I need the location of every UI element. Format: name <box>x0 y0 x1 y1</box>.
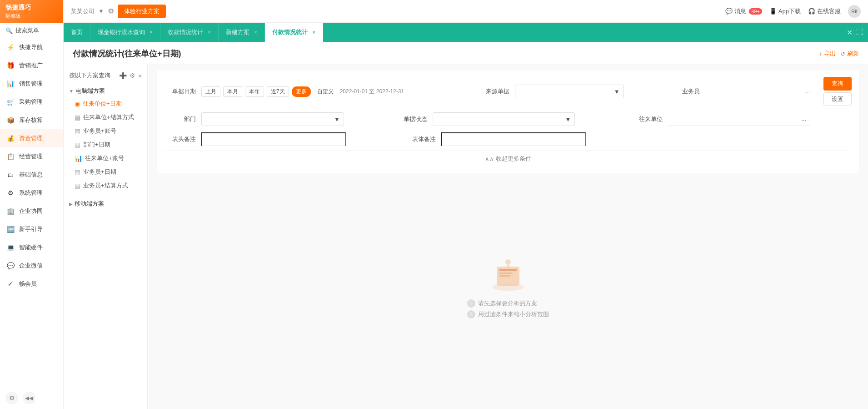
tab-cashflow-close[interactable]: × <box>150 29 153 35</box>
collapse-bar[interactable]: ∧∧ 收起更多条件 <box>164 151 852 167</box>
scheme-item-icon: ▦ <box>75 141 80 148</box>
page-title: 付款情况统计(往来单位+日期) <box>73 48 181 59</box>
scheme-item-counterpart-settlement[interactable]: ▦ 往来单位+结算方式 <box>64 111 147 124</box>
topbar-settings-icon[interactable]: ⚙ <box>108 7 114 15</box>
tabbar: 首页 现金银行流水查询 × 收款情况统计 × 新建方案 × 付款情况统计 × ✕… <box>64 23 868 42</box>
finance-icon: 💰 <box>5 133 15 143</box>
quicknav-icon: ⚡ <box>5 42 15 52</box>
date-this-year-btn[interactable]: 本年 <box>245 86 264 97</box>
online-service-button[interactable]: 🎧 在线客服 <box>808 7 841 15</box>
counterpart-label: 往来单位 <box>631 115 663 123</box>
sidebar-item-label: 基础信息 <box>19 171 43 179</box>
dept-select[interactable]: ▼ <box>201 112 344 126</box>
sidebar-item-finance[interactable]: 💰 资金管理 <box>0 129 63 147</box>
salesman-select-dots[interactable]: ... <box>805 88 810 95</box>
date-last-month-btn[interactable]: 上月 <box>201 86 220 97</box>
messages-button[interactable]: 💬 消息 99+ <box>725 7 762 15</box>
tab-receipt[interactable]: 收款情况统计 × <box>160 23 219 42</box>
tab-close-all-icon[interactable]: ✕ <box>847 28 853 37</box>
tip-num-1: 1 <box>467 299 475 308</box>
date-this-month-btn[interactable]: 本月 <box>223 86 242 97</box>
scheme-group-label: 移动端方案 <box>75 200 104 208</box>
tab-payment-close[interactable]: × <box>312 29 315 35</box>
refresh-button[interactable]: ↺ 刷新 <box>840 50 859 58</box>
scheme-add-icon[interactable]: ➕ <box>119 72 127 79</box>
scheme-item-salesman-date[interactable]: ▦ 业务员+日期 <box>64 165 147 179</box>
scheme-item-salesman-account[interactable]: ▦ 业务员+账号 <box>64 124 147 138</box>
hardware-icon: 💻 <box>5 242 15 252</box>
sidebar-item-enterprise[interactable]: 🏢 企业协同 <box>0 202 63 220</box>
sidebar-item-operations[interactable]: 📋 经营管理 <box>0 147 63 166</box>
sidebar-item-inventory[interactable]: 📦 库存核算 <box>0 111 63 129</box>
header-note-input[interactable] <box>201 132 346 146</box>
svg-point-5 <box>505 259 511 265</box>
sidebar-item-label: 企业协同 <box>19 207 43 215</box>
filter-action-buttons: 查询 设置 <box>823 77 852 106</box>
svg-rect-3 <box>499 273 513 274</box>
sidebar-item-quicknav[interactable]: ⚡ 快捷导航 <box>0 38 63 56</box>
sidebar-item-sales[interactable]: 📊 销售管理 <box>0 75 63 93</box>
sidebar-item-basic[interactable]: 🗂 基础信息 <box>0 166 63 184</box>
sidebar-item-wechat[interactable]: 💬 企业微信 <box>0 257 63 275</box>
company-dropdown-icon[interactable]: ▼ <box>98 8 104 15</box>
scheme-item-label: 业务员+结算方式 <box>83 182 128 190</box>
empty-state: 1 请先选择要分析的方案 2 用过滤条件来缩小分析范围 <box>157 173 859 403</box>
salesman-select[interactable]: ... <box>705 85 813 98</box>
bottom-settings-button[interactable]: ⚙ <box>5 392 18 404</box>
sidebar-item-hardware[interactable]: 💻 智能硬件 <box>0 238 63 257</box>
sidebar-item-system[interactable]: ⚙ 系统管理 <box>0 184 63 202</box>
settings-button[interactable]: 设置 <box>823 92 852 106</box>
body-note-input[interactable] <box>441 132 586 146</box>
scheme-settings-icon[interactable]: ⚙ <box>130 72 135 79</box>
scheme-group-desktop-title[interactable]: ▼ 电脑端方案 <box>64 85 147 97</box>
sidebar-item-guide[interactable]: 🆕 新手引导 <box>0 220 63 238</box>
bottom-collapse-button[interactable]: ◀◀ <box>23 392 35 404</box>
app-download-button[interactable]: 📱 App下载 <box>769 7 801 15</box>
source-select[interactable]: ▼ <box>515 85 624 98</box>
sidebar-item-member[interactable]: ✓ 畅会员 <box>0 275 63 293</box>
dept-select-arrow: ▼ <box>334 116 340 123</box>
tab-cashflow[interactable]: 现金银行流水查询 × <box>90 23 160 42</box>
logo-version: 标准版 <box>5 13 31 20</box>
sidebar-item-search[interactable]: 🔍 搜索菜单 <box>0 23 63 38</box>
tab-new-scheme[interactable]: 新建方案 × <box>219 23 265 42</box>
app-icon: 📱 <box>769 8 777 15</box>
sidebar-item-label: 销售管理 <box>19 80 43 88</box>
sidebar-item-marketing[interactable]: 🎁 营销推广 <box>0 56 63 75</box>
export-button[interactable]: ↑ 导出 <box>819 50 836 58</box>
sidebar: 畅捷通巧 标准版 🔍 搜索菜单 ⚡ 快捷导航 🎁 营销推广 📊 销售管理 🛒 采… <box>0 0 64 409</box>
sidebar-item-purchase[interactable]: 🛒 采购管理 <box>0 93 63 111</box>
scheme-group-mobile-title[interactable]: ▶ 移动端方案 <box>64 198 147 210</box>
filter-row-1: 单据日期 上月 本月 本年 近7天 更多 自定义 2022-01-01 至 20… <box>164 77 852 106</box>
tab-new-scheme-close[interactable]: × <box>254 29 257 35</box>
date-last7-btn[interactable]: 近7天 <box>267 86 289 97</box>
scheme-item-label: 业务员+账号 <box>83 127 116 135</box>
query-button[interactable]: 查询 <box>823 77 852 91</box>
date-more-btn[interactable]: 更多 <box>292 86 311 97</box>
tab-receipt-close[interactable]: × <box>208 29 211 35</box>
scheme-item-label: 往来单位+账号 <box>85 154 124 162</box>
source-select-arrow: ▼ <box>614 88 620 95</box>
scheme-item-dept-date[interactable]: ▦ 部门+日期 <box>64 138 147 151</box>
bill-status-select[interactable]: ▼ <box>433 112 575 126</box>
tab-expand-icon[interactable]: ⛶ <box>856 28 863 36</box>
trial-button[interactable]: 体验行业方案 <box>118 5 166 18</box>
main-area: 某某公司 ▼ ⚙ 体验行业方案 💬 消息 99+ 📱 App下载 🎧 在线客服 … <box>64 0 868 409</box>
salesman-label: 业务员 <box>668 87 700 96</box>
enterprise-icon: 🏢 <box>5 206 15 216</box>
scheme-item-salesman-settlement[interactable]: ▦ 业务员+结算方式 <box>64 179 147 192</box>
scheme-item-counterpart-date[interactable]: ◉ 往来单位+日期 <box>64 97 147 111</box>
counterpart-select[interactable]: ... <box>668 112 810 126</box>
counterpart-select-dots[interactable]: ... <box>801 116 806 122</box>
filter-row-2: 部门 ▼ 单据状态 ▼ 往来单位 <box>164 112 852 126</box>
header-note-label: 表头备注 <box>164 135 196 143</box>
sidebar-item-label: 采购管理 <box>19 98 43 106</box>
avatar[interactable]: Rit <box>848 5 861 18</box>
date-custom-btn[interactable]: 自定义 <box>314 87 337 96</box>
tab-home[interactable]: 首页 <box>64 23 90 42</box>
tab-payment[interactable]: 付款情况统计 × <box>265 23 323 42</box>
sidebar-item-label: 快捷导航 <box>19 43 43 51</box>
scheme-collapse-icon[interactable]: « <box>138 72 142 79</box>
body-note-label: 表体备注 <box>409 135 436 143</box>
scheme-item-counterpart-account[interactable]: 📊 往来单位+账号 <box>64 151 147 165</box>
